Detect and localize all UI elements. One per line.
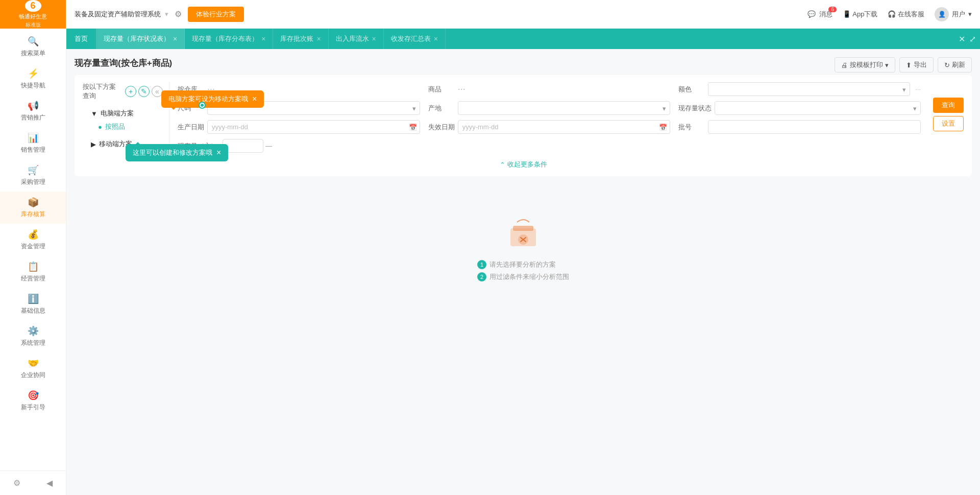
tabbar: 首页 现存量（库存状况表） × 现存量（库存分布表） × 库存批次账 × 出入库… [66, 29, 980, 49]
system-icon: ⚙️ [28, 325, 39, 337]
filter-row-2: 尺码 产地 [178, 101, 921, 115]
sidebar-item-label: 企业协同 [21, 371, 45, 380]
management-icon: 📋 [28, 261, 39, 272]
notif-badge: 6 [828, 7, 837, 12]
close-tab-3[interactable]: × [316, 35, 321, 43]
calendar-icon-1[interactable]: 📅 [409, 123, 417, 131]
bell-icon: 💬 [807, 10, 816, 18]
sidebar-item-search[interactable]: 🔍 搜索菜单 [0, 31, 66, 63]
batch-input[interactable] [708, 120, 921, 134]
content-actions: 🖨 按模板打印 ▾ ⬆ 导出 ↻ 刷新 [835, 57, 972, 73]
dot-indicator [200, 103, 205, 108]
logo-text: 畅通好生意 [19, 13, 47, 20]
filter-row-4: 现存量（主） — [178, 139, 921, 153]
range-separator: — [265, 142, 272, 150]
close-tooltip-orange[interactable]: × [252, 95, 257, 104]
sidebar-item-enterprise[interactable]: 🤝 企业协同 [0, 352, 66, 385]
content-area: 现存量查询(按仓库+商品) 🖨 按模板打印 ▾ ⬆ 导出 ↻ 刷新 [66, 49, 980, 495]
marketing-icon: 📢 [28, 100, 39, 111]
batch-label: 批号 [678, 123, 705, 132]
close-tab-1[interactable]: × [173, 35, 177, 43]
sidebar-item-marketing[interactable]: 📢 营销推广 [0, 95, 66, 127]
inventory-icon: 📦 [28, 197, 39, 208]
tab-inventory-status[interactable]: 现存量（库存状况表） × [96, 29, 185, 49]
empty-tips: 1 请先选择要分析的方案 2 用过滤条件来缩小分析范围 [477, 260, 569, 285]
filter-stock-state: 现存量状态 [678, 101, 921, 115]
stock-state-select[interactable] [715, 101, 921, 115]
gear-icon[interactable]: ⚙ [175, 9, 182, 19]
app-download-btn[interactable]: 📱 App下载 [843, 10, 877, 19]
search-btns: 查询 设置 [933, 82, 964, 131]
sidebar-item-quicknav[interactable]: ⚡ 快捷导航 [0, 63, 66, 95]
sidebar-item-label: 营销推广 [21, 113, 45, 122]
filter-row-1: 按仓库 ··· 商品 ··· 额色 [178, 82, 921, 96]
add-scheme-btn[interactable]: + [125, 86, 136, 97]
close-tooltip-green[interactable]: × [216, 148, 221, 157]
tab-home[interactable]: 首页 [66, 29, 96, 49]
filter-fields-panel: 按仓库 ··· 商品 ··· 额色 [178, 82, 921, 156]
filter-label: 按以下方案查询 [83, 82, 121, 101]
print-btn[interactable]: 🖨 按模板打印 ▾ [835, 57, 895, 73]
desktop-scheme-items: ● 按照品 [91, 120, 163, 133]
tab-inout-flow[interactable]: 出入库流水 × [329, 29, 384, 49]
dropdown-arrow-icon[interactable]: ▾ [165, 10, 168, 18]
filter-dots-2[interactable]: ··· [458, 84, 465, 95]
chevron-down-icon: ▾ [968, 10, 972, 18]
sidebar-item-management[interactable]: 📋 经营管理 [0, 256, 66, 288]
purchase-icon: 🛒 [28, 164, 39, 176]
edit-scheme-btn[interactable]: ✎ [138, 86, 150, 97]
finance-icon: 💰 [28, 229, 39, 240]
empty-icon [503, 213, 544, 254]
sidebar-item-inventory[interactable]: 📦 库存核算 [0, 192, 66, 224]
chevron-down-icon: ▾ [885, 61, 889, 69]
topbar: 装备及固定资产辅助管理系统 ▾ ⚙ 体验行业方案 💬 6 消息 📱 App下载 … [66, 0, 980, 29]
origin-select-wrap [458, 101, 671, 115]
sidebar-item-finance[interactable]: 💰 资金管理 [0, 224, 66, 256]
settings-btn[interactable]: ⚙ [13, 478, 20, 488]
close-tab-5[interactable]: × [434, 35, 438, 43]
calendar-icon-2[interactable]: 📅 [659, 123, 667, 131]
color-select-wrap [708, 82, 910, 96]
maximize-btn[interactable]: ⤢ [969, 34, 976, 44]
tab-inventory-dist[interactable]: 现存量（库存分布表） × [185, 29, 273, 49]
filter-expiry-date: 失效日期 📅 [428, 120, 671, 134]
industry-btn[interactable]: 体验行业方案 [188, 7, 244, 22]
prod-date-start[interactable] [207, 120, 420, 134]
export-btn[interactable]: ⬆ 导出 [899, 57, 934, 73]
quicknav-icon: ⚡ [28, 68, 39, 79]
reset-button[interactable]: 设置 [933, 116, 964, 131]
sidebar-item-guide[interactable]: 🎯 新手引导 [0, 385, 66, 417]
color-dots[interactable]: ··· [915, 85, 921, 93]
online-service-btn[interactable]: 🎧 在线客服 [888, 10, 924, 19]
sidebar-item-label: 新手引导 [21, 403, 45, 412]
chevron-up-icon: ⌃ [500, 161, 505, 169]
sidebar-item-label: 资金管理 [21, 242, 45, 251]
tab-summary[interactable]: 收发存汇总表 × [384, 29, 446, 49]
origin-label: 产地 [428, 104, 455, 113]
tab-batch[interactable]: 库存批次账 × [273, 29, 328, 49]
sidebar-item-purchase[interactable]: 🛒 采购管理 [0, 159, 66, 192]
user-area[interactable]: 👤 用户 ▾ [935, 7, 972, 21]
enterprise-icon: 🤝 [28, 358, 39, 369]
scheme-desktop-header: ▼ 电脑端方案 [91, 107, 163, 120]
sidebar-item-label: 经营管理 [21, 274, 45, 283]
scheme-item-1[interactable]: ● 按照品 [98, 120, 163, 133]
close-all-tabs-btn[interactable]: ✕ [959, 34, 965, 44]
export-icon: ⬆ [906, 61, 912, 69]
sidebar-item-basic[interactable]: ℹ️ 基础信息 [0, 288, 66, 320]
color-select[interactable] [708, 82, 910, 96]
expiry-date-start[interactable] [458, 120, 671, 134]
filter-batch: 批号 [678, 120, 921, 134]
sidebar-item-sales[interactable]: 📊 销售管理 [0, 127, 66, 159]
search-button[interactable]: 查询 [933, 98, 964, 113]
close-tab-4[interactable]: × [372, 35, 376, 43]
prod-date-label: 生产日期 [178, 123, 204, 132]
close-tab-2[interactable]: × [261, 35, 265, 43]
svg-rect-1 [513, 226, 533, 231]
refresh-btn[interactable]: ↻ 刷新 [938, 57, 972, 73]
origin-select[interactable] [458, 101, 671, 115]
sidebar-item-system[interactable]: ⚙️ 系统管理 [0, 320, 66, 352]
collapse-sidebar-btn[interactable]: ◀ [46, 478, 53, 488]
stock-qty-min[interactable] [223, 139, 263, 153]
notif-bell[interactable]: 💬 6 消息 [807, 10, 833, 19]
